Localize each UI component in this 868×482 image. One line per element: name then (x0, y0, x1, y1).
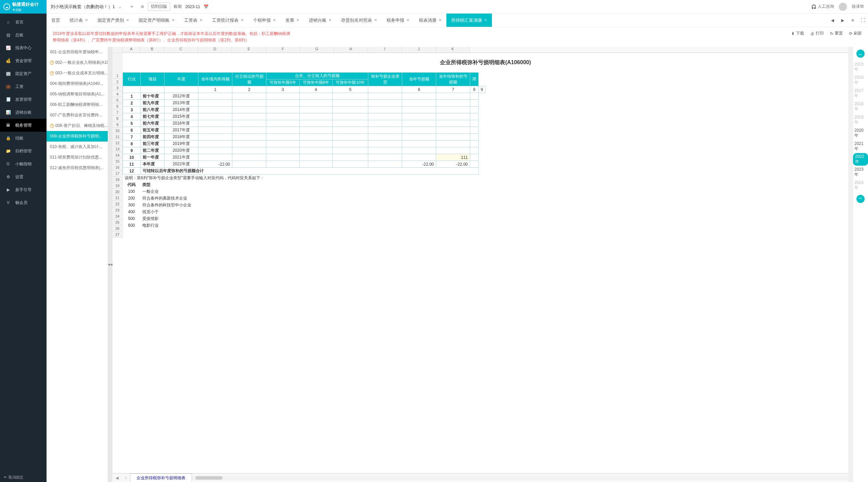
row-header[interactable]: 8 (112, 115, 123, 122)
tab-10[interactable]: 税务申报✕ (382, 14, 414, 27)
close-icon[interactable]: ✕ (374, 18, 377, 22)
form-item-11[interactable]: 012-减免所得税优惠明细表(... (47, 163, 108, 173)
sheet-tab[interactable]: 企业所得税弥补亏损明细表 (130, 474, 192, 482)
nav-item-guide[interactable]: ▶新手引导 (0, 183, 47, 196)
form-item-7[interactable]: ?008-资产折旧、摊销及纳税... (47, 120, 108, 131)
close-icon[interactable]: ✕ (241, 18, 244, 22)
tab-fullscreen[interactable]: ⛶ (858, 15, 868, 25)
old-version-button[interactable]: 切到旧版 (148, 2, 170, 11)
col-header[interactable]: D (198, 47, 232, 53)
account-set-name[interactable]: 刘小艳演示账套（勿删勿动！）1 (51, 4, 115, 10)
tab-2[interactable]: 固定资产类别✕ (93, 14, 134, 27)
row-header[interactable]: 9 (112, 122, 123, 128)
row-header[interactable]: 2 (112, 79, 123, 85)
settings-icon[interactable]: ⚙ (141, 4, 144, 9)
tab-scroll-left[interactable]: ◀ (827, 15, 837, 25)
col-header[interactable]: E (232, 47, 266, 53)
row-header[interactable]: 26 (112, 225, 123, 231)
col-header[interactable]: J (402, 47, 436, 53)
year-item[interactable]: 2024年 (853, 179, 868, 192)
nav-item-fund[interactable]: 💰资金管理 (0, 54, 47, 67)
row-header[interactable]: 20 (112, 189, 123, 195)
nav-item-home[interactable]: ⌂首页 (0, 16, 47, 29)
close-icon[interactable]: ✕ (126, 18, 129, 22)
refresh-button[interactable]: ⟳刷新 (849, 31, 862, 36)
year-item[interactable]: 2016年 (853, 74, 868, 87)
nav-item-vip[interactable]: V畅会员 (0, 196, 47, 209)
col-header[interactable]: H (334, 47, 368, 53)
nav-item-invoice[interactable]: 🧾发票管理 (0, 93, 47, 106)
row-header[interactable]: 19 (112, 183, 123, 189)
chevron-down-icon[interactable]: ⌄ (118, 4, 122, 9)
cancel-pin-button[interactable]: ⇤ 取消固定 (0, 473, 28, 482)
tab-11[interactable]: 税表清册✕ (414, 14, 446, 27)
print-button[interactable]: 🖨打印 (810, 31, 824, 36)
row-header[interactable]: 27 (112, 231, 123, 238)
period-value[interactable]: 2023-11 (185, 4, 200, 9)
col-header[interactable]: F (266, 47, 300, 53)
close-icon[interactable]: ✕ (484, 18, 487, 22)
form-item-8[interactable]: 009-企业所得税弥补亏损明... (47, 131, 108, 142)
row-header[interactable]: 13 (112, 146, 123, 152)
tab-9[interactable]: 存货别名对照表✕ (336, 14, 382, 27)
row-header[interactable]: 17 (112, 170, 123, 177)
row-header[interactable]: 5 (112, 97, 123, 103)
nav-item-tax[interactable]: 🏛税务管理 (0, 119, 47, 132)
form-item-4[interactable]: 005-纳税调整项目明细表(A1... (47, 89, 108, 99)
tab-6[interactable]: 个税申报✕ (248, 14, 281, 27)
row-header[interactable]: 15 (112, 158, 123, 164)
add-account-button[interactable]: ＋ (129, 3, 135, 10)
tab-0[interactable]: 首页 (47, 14, 65, 27)
collapse-form-list[interactable]: ◀◀ (108, 47, 112, 482)
nav-item-settings[interactable]: ⚙设置 (0, 170, 47, 183)
close-icon[interactable]: ✕ (172, 18, 175, 22)
close-icon[interactable]: ✕ (406, 18, 409, 22)
row-header[interactable]: 21 (112, 195, 123, 201)
col-header[interactable]: I (368, 47, 402, 53)
col-header[interactable]: B (140, 47, 164, 53)
row-header[interactable]: 10 (112, 128, 123, 134)
form-item-3[interactable]: 004-期间费用明细表(A1040... (47, 78, 108, 89)
horizontal-scrollbar[interactable] (192, 476, 848, 480)
tab-3[interactable]: 固定资产明细账✕ (134, 14, 179, 27)
col-header[interactable]: G (300, 47, 334, 53)
year-down-button[interactable]: ︾ (856, 195, 865, 203)
consult-button[interactable]: 🎧 人工咨询 (811, 4, 834, 10)
sheet-tab-prev[interactable]: ‹ (121, 476, 130, 480)
tab-1[interactable]: 统计表✕ (65, 14, 93, 27)
form-item-10[interactable]: 011-研发费用加计扣除优惠... (47, 152, 108, 163)
year-item[interactable]: 2022年 (853, 153, 868, 166)
year-item[interactable]: 2019年 (853, 113, 868, 127)
year-item[interactable]: 2023年 (853, 166, 868, 179)
row-header[interactable]: 24 (112, 213, 123, 219)
col-header[interactable]: K (436, 47, 470, 53)
row-header[interactable]: 4 (112, 91, 123, 97)
close-icon[interactable]: ✕ (329, 18, 332, 22)
row-header[interactable]: 23 (112, 207, 123, 213)
tab-12[interactable]: 所得税汇算清缴✕ (446, 14, 492, 27)
calendar-icon[interactable]: 📅 (203, 4, 209, 9)
col-header[interactable]: C (164, 47, 198, 53)
tab-8[interactable]: 进销台账✕ (304, 14, 336, 27)
year-up-button[interactable]: ︽ (856, 50, 865, 58)
row-header[interactable]: 12 (112, 140, 123, 146)
row-header[interactable]: 18 (112, 177, 123, 183)
year-item[interactable]: 2015年 (853, 60, 868, 74)
row-header[interactable]: 7 (112, 109, 123, 115)
close-icon[interactable]: ✕ (199, 18, 202, 22)
tab-scroll-right[interactable]: ▶ (837, 15, 848, 25)
close-icon[interactable]: ✕ (296, 18, 299, 22)
row-header[interactable]: 25 (112, 219, 123, 225)
sheet-tab-first[interactable]: ◀ (112, 476, 121, 480)
nav-item-close[interactable]: 🔒结账 (0, 132, 47, 145)
tab-5[interactable]: 工资统计报表✕ (207, 14, 248, 27)
form-item-6[interactable]: 007-广告费和业务宣传费跨... (47, 110, 108, 120)
year-item[interactable]: 2021年 (853, 140, 868, 153)
tab-4[interactable]: 工资表✕ (179, 14, 207, 27)
form-item-2[interactable]: ?003-一般企业成本支出明细... (47, 68, 108, 78)
nav-item-stock[interactable]: 📊进销台账 (0, 106, 47, 119)
row-header[interactable]: 1 (112, 73, 123, 79)
row-header[interactable]: 14 (112, 152, 123, 158)
reset-button[interactable]: ↻重置 (830, 31, 843, 36)
vertical-scrollbar[interactable] (848, 47, 853, 482)
